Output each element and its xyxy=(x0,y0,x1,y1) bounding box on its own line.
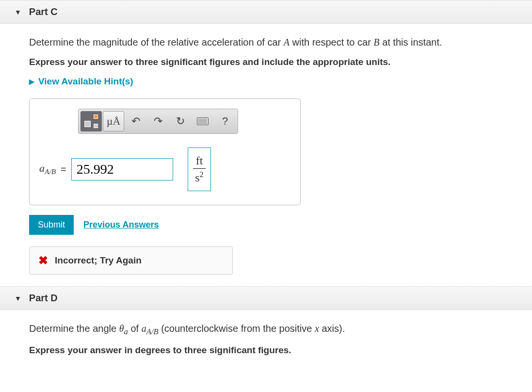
var-sub: A/B xyxy=(45,168,56,176)
redo-icon: ↷ xyxy=(154,115,162,128)
var-a: A xyxy=(284,37,290,48)
part-c-question: Determine the magnitude of the relative … xyxy=(29,35,503,49)
var-b: B xyxy=(373,37,379,48)
submit-button[interactable]: Submit xyxy=(29,215,74,235)
caret-down-icon: ▼ xyxy=(15,294,21,302)
answer-row: aA/B = ft s2 xyxy=(39,147,290,191)
help-icon: ? xyxy=(222,115,228,128)
reset-icon: ↻ xyxy=(176,115,185,128)
part-d-body: Determine the angle θa of aA/B (counterc… xyxy=(0,310,532,376)
template-button[interactable] xyxy=(81,111,102,131)
unit-den-exp: 2 xyxy=(200,170,204,179)
question-text: Determine the magnitude of the relative … xyxy=(29,37,284,48)
a-sub: A/B xyxy=(146,327,159,336)
hints-label: View Available Hint(s) xyxy=(38,76,133,87)
unit-selector[interactable]: ft s2 xyxy=(188,147,211,191)
part-d-title: Part D xyxy=(29,293,58,304)
undo-icon: ↶ xyxy=(131,115,140,128)
var-base: a xyxy=(39,162,45,174)
previous-answers-link[interactable]: Previous Answers xyxy=(83,220,159,230)
answer-box: µÅ ↶ ↷ ↻ ? aA/B = ft xyxy=(29,98,301,205)
undo-button[interactable]: ↶ xyxy=(125,111,146,131)
feedback-message: Incorrect; Try Again xyxy=(55,255,142,266)
theta-sub: a xyxy=(124,327,128,336)
keyboard-icon xyxy=(197,117,209,125)
question-text: of xyxy=(128,323,142,334)
caret-down-icon: ▼ xyxy=(15,8,21,16)
reset-button[interactable]: ↻ xyxy=(170,111,191,131)
part-d-question: Determine the angle θa of aA/B (counterc… xyxy=(29,322,503,337)
question-text: with respect to car xyxy=(290,37,373,48)
feedback-box: ✖ Incorrect; Try Again xyxy=(29,246,233,275)
a-base: a xyxy=(142,323,146,334)
redo-button[interactable]: ↷ xyxy=(147,111,169,131)
variable-label: aA/B xyxy=(39,162,56,176)
part-c-instruction: Express your answer to three significant… xyxy=(29,57,503,67)
part-d-header[interactable]: ▼ Part D xyxy=(0,286,532,310)
part-c-actions: Submit Previous Answers xyxy=(29,215,503,235)
help-button[interactable]: ? xyxy=(214,111,236,131)
question-text: at this instant. xyxy=(380,37,442,48)
part-c-header[interactable]: ▼ Part C xyxy=(0,0,532,24)
question-text: axis). xyxy=(319,323,345,334)
unit-den-base: s xyxy=(195,171,199,184)
equals-sign: = xyxy=(61,164,66,175)
question-text: (counterclockwise from the positive xyxy=(159,323,315,334)
question-text: Determine the angle xyxy=(29,323,119,334)
caret-right-icon: ▶ xyxy=(29,78,34,85)
part-c-body: Determine the magnitude of the relative … xyxy=(0,24,532,286)
keyboard-button[interactable] xyxy=(192,111,213,131)
theta-var: θa xyxy=(119,323,128,334)
view-hints-toggle[interactable]: ▶ View Available Hint(s) xyxy=(29,76,503,87)
incorrect-icon: ✖ xyxy=(38,254,48,267)
theta-base: θ xyxy=(119,323,124,334)
a-var: aA/B xyxy=(142,323,159,334)
unit-denominator: s2 xyxy=(195,169,204,184)
units-label: µÅ xyxy=(107,115,121,128)
answer-value-input[interactable] xyxy=(71,158,173,180)
x-var: x xyxy=(315,323,319,334)
unit-numerator: ft xyxy=(193,154,206,169)
part-c-title: Part C xyxy=(29,6,58,17)
units-button[interactable]: µÅ xyxy=(103,111,124,131)
fraction-template-icon xyxy=(84,114,98,128)
equation-toolbar: µÅ ↶ ↷ ↻ ? xyxy=(78,109,238,134)
part-d-instruction: Express your answer in degrees to three … xyxy=(29,345,503,356)
